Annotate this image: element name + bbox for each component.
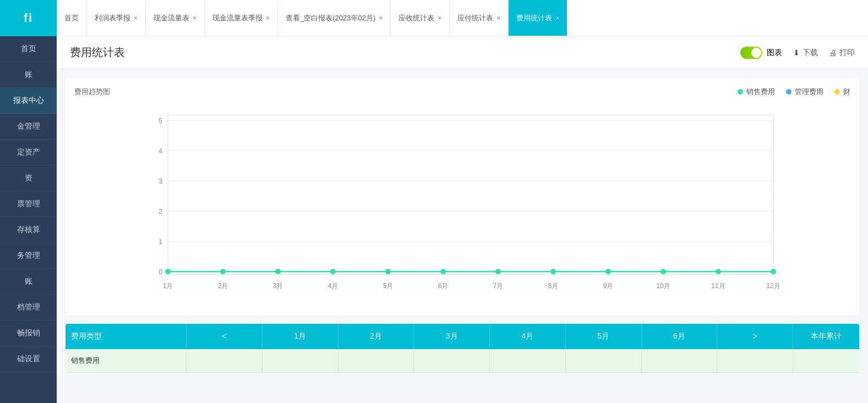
legend-sales: 销售费用 — [738, 87, 775, 97]
sidebar-item-services[interactable]: 务管理 — [0, 243, 57, 269]
sidebar: fi 首页 账 报表中心 金管理 定资产 资 票管理 存核算 务管理 账 档管理… — [0, 0, 57, 403]
td-val-3 — [414, 349, 490, 372]
sidebar-item-home[interactable]: 首页 — [0, 36, 57, 62]
th-month-6: 6月 — [642, 324, 718, 349]
tab-close-cashflow-quarterly[interactable]: × — [266, 14, 270, 22]
toggle-label: 图表 — [767, 48, 782, 58]
sidebar-logo: fi — [0, 0, 57, 36]
th-month-4: 4月 — [490, 324, 566, 349]
td-val-4 — [490, 349, 566, 372]
svg-text:5月: 5月 — [383, 282, 394, 290]
tab-close-expense-stats[interactable]: × — [555, 14, 559, 22]
th-month-1: 1月 — [263, 324, 339, 349]
svg-text:3月: 3月 — [273, 282, 283, 290]
sidebar-item-inventory[interactable]: 存核算 — [0, 217, 57, 243]
svg-text:12月: 12月 — [766, 282, 780, 290]
chart-toggle-wrap: 图表 — [740, 47, 782, 59]
svg-text:6月: 6月 — [438, 282, 449, 290]
page-content: 费用统计表 图表 ⬇ 下载 🖨 打印 费用趋势图 — [57, 36, 868, 403]
chart-container: 费用趋势图 销售费用 管理费用 财 — [65, 78, 859, 315]
sidebar-item-capital[interactable]: 资 — [0, 165, 57, 191]
sidebar-item-account[interactable]: 账 — [0, 62, 57, 88]
td-val-2 — [339, 349, 414, 372]
prev-month-button[interactable]: < — [222, 332, 227, 341]
svg-text:11月: 11月 — [711, 282, 725, 290]
legend-financial: 财 — [834, 87, 850, 97]
chart-svg-wrap: 5 4 3 2 1 0 — [74, 101, 850, 306]
tab-expense-stats[interactable]: 费用统计表 × — [509, 0, 567, 36]
table-header-row: 费用类型 < 1月 2月 3月 4月 5月 — [65, 324, 859, 349]
tab-close-profit-quarterly[interactable]: × — [134, 14, 138, 22]
tab-blank-report[interactable]: 查看_空白报表(2023年02月) × — [278, 0, 391, 36]
tab-close-payable[interactable]: × — [496, 14, 500, 22]
legend-management: 管理费用 — [786, 87, 823, 97]
tab-receivable[interactable]: 应收统计表 × — [391, 0, 450, 36]
svg-text:2月: 2月 — [218, 282, 228, 290]
svg-point-22 — [660, 269, 666, 274]
legend-dot-financial — [834, 89, 840, 95]
td-val-5 — [566, 349, 642, 372]
tab-close-receivable[interactable]: × — [438, 14, 441, 22]
svg-point-19 — [495, 269, 501, 274]
sidebar-item-reports[interactable]: 报表中心 — [0, 88, 57, 114]
td-val-6 — [642, 349, 718, 372]
svg-point-15 — [275, 269, 281, 274]
sidebar-item-finance[interactable]: 金管理 — [0, 114, 57, 140]
tab-close-blank-report[interactable]: × — [379, 14, 383, 22]
td-nav-prev — [187, 349, 263, 372]
chart-toggle[interactable] — [740, 47, 762, 59]
svg-text:1: 1 — [159, 238, 162, 246]
tab-cashflow-quarterly[interactable]: 现金流量表季报 × — [205, 0, 278, 36]
tab-profit-quarterly[interactable]: 利润表季报 × — [87, 0, 146, 36]
sidebar-item-archive[interactable]: 档管理 — [0, 295, 57, 321]
legend-label-sales: 销售费用 — [746, 87, 775, 97]
th-next[interactable]: > — [717, 324, 793, 349]
download-button[interactable]: ⬇ 下载 — [793, 48, 818, 58]
tab-payable[interactable]: 应付统计表 × — [450, 0, 509, 36]
next-month-button[interactable]: > — [752, 332, 757, 341]
sidebar-item-settings[interactable]: 础设置 — [0, 346, 57, 372]
sidebar-item-expense[interactable]: 畅报销 — [0, 321, 57, 346]
svg-point-14 — [220, 269, 226, 274]
svg-text:0: 0 — [159, 268, 162, 276]
tab-home[interactable]: 首页 — [57, 0, 87, 36]
page-title: 费用统计表 — [70, 45, 125, 60]
th-month-2: 2月 — [339, 324, 414, 349]
svg-point-18 — [440, 269, 446, 274]
page-header: 费用统计表 图表 ⬇ 下载 🖨 打印 — [57, 36, 868, 69]
svg-point-17 — [385, 269, 391, 274]
chart-title: 费用趋势图 — [74, 87, 110, 97]
th-year-total: 本年累计 — [793, 324, 859, 349]
svg-point-23 — [716, 269, 721, 274]
svg-point-24 — [771, 269, 776, 274]
tab-close-cashflow[interactable]: × — [193, 14, 196, 22]
th-month-5: 5月 — [566, 324, 642, 349]
print-button[interactable]: 🖨 打印 — [829, 48, 855, 58]
print-icon: 🖨 — [829, 48, 837, 57]
table-row: 销售费用 — [65, 349, 859, 373]
svg-text:9月: 9月 — [603, 282, 614, 290]
svg-point-13 — [165, 269, 171, 274]
svg-text:3: 3 — [159, 178, 162, 185]
svg-text:1月: 1月 — [163, 282, 173, 290]
main-content: 首页 利润表季报 × 现金流量表 × 现金流量表季报 × 查看_空白报表(202… — [57, 0, 868, 403]
legend-dot-sales — [738, 89, 743, 95]
svg-text:5: 5 — [159, 117, 162, 125]
td-type: 销售费用 — [65, 349, 187, 372]
svg-text:4月: 4月 — [328, 282, 339, 290]
table-container: 费用类型 < 1月 2月 3月 4月 5月 — [65, 324, 859, 373]
sidebar-item-ledger[interactable]: 账 — [0, 269, 57, 295]
svg-rect-12 — [168, 115, 773, 274]
sidebar-item-tickets[interactable]: 票管理 — [0, 191, 57, 217]
svg-text:2: 2 — [159, 208, 162, 216]
tab-bar: 首页 利润表季报 × 现金流量表 × 现金流量表季报 × 查看_空白报表(202… — [57, 0, 868, 36]
svg-point-21 — [605, 269, 611, 274]
th-prev[interactable]: < — [187, 324, 263, 349]
sidebar-item-assets[interactable]: 定资产 — [0, 140, 57, 165]
tab-cashflow[interactable]: 现金流量表 × — [146, 0, 205, 36]
download-icon: ⬇ — [793, 48, 800, 57]
svg-point-20 — [550, 269, 556, 274]
legend-dot-management — [786, 89, 791, 95]
td-val-1 — [263, 349, 339, 372]
chart-legend: 销售费用 管理费用 财 — [738, 87, 850, 97]
